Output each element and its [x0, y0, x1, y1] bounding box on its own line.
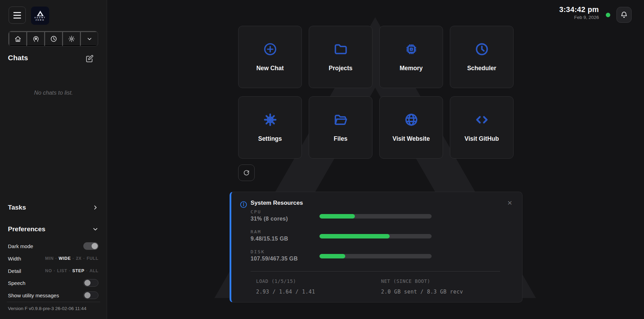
clock-icon — [50, 35, 57, 43]
scheduler-button[interactable] — [44, 31, 62, 46]
plus-circle-icon — [239, 42, 302, 57]
preferences-section-toggle[interactable]: Preferences — [8, 225, 98, 233]
gear-icon — [239, 112, 302, 127]
tasks-heading: Tasks — [8, 204, 26, 211]
new-chat-compose-button[interactable] — [85, 54, 95, 64]
detail-option-list[interactable]: LIST — [52, 268, 67, 273]
sidebar-divider — [7, 302, 100, 302]
home-button[interactable] — [9, 31, 27, 46]
dark-mode-label: Dark mode — [8, 243, 33, 249]
width-option-min[interactable]: MIN — [45, 256, 54, 261]
detail-segmented-control: NO LIST STEP ALL — [45, 268, 98, 273]
sidebar-quick-nav — [8, 31, 98, 46]
persona-button[interactable] — [27, 31, 44, 46]
preferences-heading: Preferences — [8, 225, 45, 233]
card-projects[interactable]: Projects — [309, 26, 372, 88]
card-label: New Chat — [239, 65, 302, 72]
width-label: Width — [8, 256, 21, 262]
pref-row-speech: Speech — [8, 278, 98, 287]
pref-row-dark-mode: Dark mode — [8, 242, 98, 251]
detail-option-step[interactable]: STEP — [67, 268, 84, 273]
card-label: Visit GitHub — [450, 135, 513, 142]
chevron-right-icon — [92, 204, 98, 211]
status-dot — [606, 13, 610, 17]
chip-icon — [380, 42, 443, 57]
system-resources-panel: System Resources ✕ CPU 31% (8 cores) RAM… — [230, 192, 522, 302]
meter-label-ram: RAM — [251, 229, 261, 234]
net-label: NET (SINCE BOOT) — [381, 278, 430, 284]
card-label: Settings — [239, 135, 302, 142]
meter-label-cpu: CPU — [251, 209, 261, 214]
card-label: Memory — [380, 65, 443, 72]
width-option-full[interactable]: FULL — [82, 256, 98, 261]
launcher-cards-grid: New Chat Projects Memory Scheduler — [238, 26, 514, 159]
card-new-chat[interactable]: New Chat — [238, 26, 302, 88]
expand-nav-button[interactable] — [80, 31, 98, 46]
dark-mode-toggle[interactable] — [83, 242, 98, 250]
notifications-button[interactable] — [616, 7, 632, 23]
detail-label: Detail — [8, 268, 21, 274]
card-label: Projects — [309, 65, 372, 72]
home-icon — [14, 35, 22, 43]
toggle-knob — [84, 292, 91, 298]
pref-row-detail: Detail NO LIST STEP ALL — [8, 266, 98, 275]
card-visit-github[interactable]: Visit GitHub — [450, 96, 514, 159]
toggle-knob — [84, 280, 91, 286]
speech-toggle[interactable] — [83, 279, 98, 287]
progress-fill — [319, 234, 390, 238]
width-segmented-control: MIN WIDE 2X FULL — [45, 256, 98, 261]
chevron-down-icon — [86, 36, 93, 42]
detail-option-all[interactable]: ALL — [84, 268, 98, 273]
card-visit-website[interactable]: Visit Website — [379, 96, 443, 159]
clock-icon — [450, 42, 513, 57]
globe-icon — [380, 112, 443, 127]
logo-text-line2: ZERO — [35, 19, 45, 21]
tasks-section-toggle[interactable]: Tasks — [8, 204, 98, 211]
utility-messages-label: Show utility messages — [8, 293, 59, 298]
refresh-icon — [243, 169, 250, 177]
sidebar: AGENT ZERO — [0, 0, 107, 319]
progress-bar-disk — [319, 254, 432, 258]
clock-date: Feb 9, 2026 — [530, 15, 599, 20]
speech-label: Speech — [8, 280, 25, 286]
meter-value-cpu: 31% (8 cores) — [251, 216, 288, 222]
settings-button[interactable] — [62, 31, 80, 46]
card-scheduler[interactable]: Scheduler — [450, 26, 514, 88]
card-label: Visit Website — [380, 135, 443, 142]
triangle-logo-icon — [36, 10, 44, 17]
load-value: 2.93 / 1.64 / 1.41 — [256, 289, 315, 295]
hamburger-menu-button[interactable] — [9, 7, 26, 24]
folder-icon — [309, 42, 372, 57]
agent-zero-logo: AGENT ZERO — [31, 7, 49, 25]
meter-value-disk: 107.59/467.35 GB — [251, 256, 298, 262]
code-icon — [450, 112, 513, 127]
card-settings[interactable]: Settings — [238, 96, 302, 159]
compose-icon — [85, 54, 94, 63]
utility-messages-toggle[interactable] — [83, 291, 98, 299]
close-icon[interactable]: ✕ — [506, 199, 514, 207]
toggle-knob — [92, 243, 98, 249]
pref-row-width: Width MIN WIDE 2X FULL — [8, 254, 98, 263]
meter-label-disk: DISK — [251, 249, 265, 254]
refresh-button[interactable] — [238, 164, 255, 181]
net-value: 2.0 GB sent / 8.3 GB recv — [381, 289, 463, 295]
width-option-wide[interactable]: WIDE — [54, 256, 71, 261]
card-label: Scheduler — [450, 65, 513, 72]
persona-head-icon — [32, 35, 40, 43]
card-label: Files — [309, 135, 372, 142]
width-option-2x[interactable]: 2X — [71, 256, 82, 261]
progress-bar-ram — [319, 234, 432, 238]
detail-option-no[interactable]: NO — [45, 268, 52, 273]
card-memory[interactable]: Memory — [379, 26, 443, 88]
progress-fill — [319, 254, 345, 258]
bell-icon — [620, 11, 628, 19]
panel-divider — [251, 271, 500, 272]
gear-icon — [68, 35, 75, 43]
app-window: AGENT ZERO — [0, 0, 644, 319]
clock-block: 3:34:42 pm Feb 9, 2026 — [530, 6, 599, 20]
version-text: Version F v0.9.8-pre-3 26-02-06 11:44 — [8, 306, 86, 311]
card-files[interactable]: Files — [309, 96, 372, 159]
progress-fill — [319, 214, 355, 219]
logo-text-line1: AGENT — [34, 17, 46, 19]
clock-time: 3:34:42 pm — [530, 6, 599, 14]
